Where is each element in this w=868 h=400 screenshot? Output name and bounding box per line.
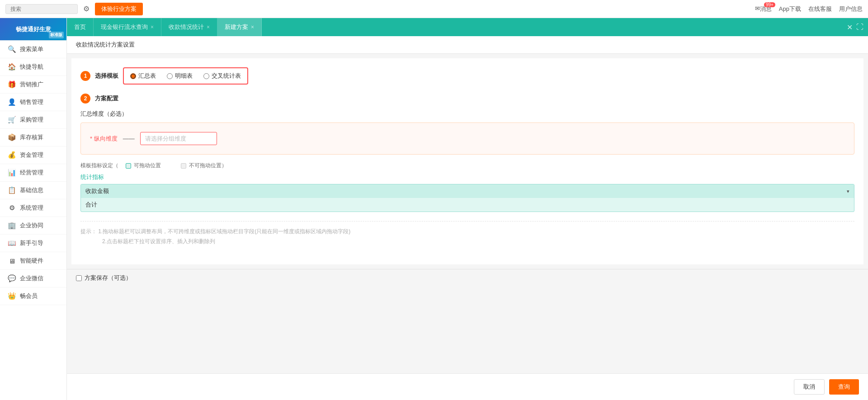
box-icon: 📦 — [7, 133, 16, 141]
sidebar-item-system[interactable]: ⚙ 系统管理 — [0, 199, 66, 217]
gear-icon[interactable]: ⚙ — [81, 3, 91, 15]
movable-legend: 可拖动位置 — [126, 162, 161, 169]
movable-label: 可拖动位置 — [134, 162, 161, 169]
dimension-select[interactable]: 请选择分组维度 — [140, 132, 217, 145]
sidebar-label-sales: 销售管理 — [20, 98, 43, 106]
main-layout: 畅捷通好生意 标准版 🔍 搜索菜单 🏠 快捷导航 🎁 营销推广 👤 销售管理 🛒… — [0, 18, 868, 400]
monitor-icon: 🖥 — [7, 257, 16, 265]
dimension-arrow: —— — [123, 135, 135, 142]
step1-number: 1 — [80, 71, 90, 81]
settings-icon: ⚙ — [7, 204, 16, 212]
tab-receipt-stats-close[interactable]: × — [207, 24, 210, 30]
step1-header: 1 选择模板 汇总表 明细表 — [80, 67, 854, 85]
step2-title: 方案配置 — [95, 94, 118, 103]
industry-btn[interactable]: 体验行业方案 — [95, 3, 143, 15]
dimension-config: 汇总维度（必选） * 纵向维度 —— 请选择分组维度 — [80, 110, 854, 212]
sidebar-label-enterprise: 企业协同 — [20, 221, 43, 230]
movable-dot — [126, 163, 131, 169]
standard-tag: 标准版 — [49, 32, 64, 38]
radio-summary[interactable] — [130, 73, 136, 79]
bottom-bar: 方案保存（可选） — [67, 269, 868, 287]
indicators-label: 模板指标设定（ 可拖动位置 不可拖动位置） — [80, 162, 854, 169]
radio-cross[interactable] — [203, 73, 209, 79]
search-icon: 🔍 — [7, 45, 16, 53]
tab-expand-icon[interactable]: ⛶ — [856, 23, 863, 31]
logo-text: 畅捷通好生意 — [16, 25, 51, 33]
query-button[interactable]: 查询 — [829, 379, 859, 395]
template-option-summary[interactable]: 汇总表 — [130, 72, 156, 80]
indicator-dropdown-icon[interactable]: ▾ — [847, 188, 849, 194]
clipboard-icon: 📋 — [7, 186, 16, 194]
sidebar-item-enterprise[interactable]: 🏢 企业协同 — [0, 217, 66, 235]
fixed-dot — [181, 163, 186, 169]
tips-line2: 2.点击标题栏下拉可设置排序、插入列和删除列 — [80, 237, 854, 247]
page-header: 收款情况统计方案设置 — [67, 36, 868, 54]
radio-detail[interactable] — [167, 73, 173, 79]
save-option-label: 方案保存（可选） — [85, 274, 132, 282]
gift-icon: 🎁 — [7, 80, 16, 89]
tab-close-all-icon[interactable]: ✕ — [847, 23, 853, 32]
template-option-cross[interactable]: 交叉统计表 — [203, 72, 241, 80]
step2-section: 2 方案配置 汇总维度（必选） * 纵向维度 —— 请选择分组维度 — [80, 94, 854, 246]
tab-bank-flow-label: 现金银行流水查询 — [101, 23, 148, 31]
save-option[interactable]: 方案保存（可选） — [76, 274, 859, 282]
chat-icon: 💬 — [7, 274, 16, 282]
cancel-button[interactable]: 取消 — [794, 379, 825, 395]
tab-bank-flow[interactable]: 现金银行流水查询 × — [94, 18, 161, 36]
sidebar-item-wechat[interactable]: 💬 企业微信 — [0, 270, 66, 287]
step2-header: 2 方案配置 — [80, 94, 854, 104]
indicator-row-text: 合计 — [85, 201, 97, 208]
indicator-card-header[interactable]: 收款金额 ▾ — [81, 184, 854, 198]
sidebar-item-membership[interactable]: 👑 畅会员 — [0, 287, 66, 305]
radio-cross-label: 交叉统计表 — [212, 72, 241, 80]
tab-new-plan-label: 新建方案 — [225, 23, 248, 31]
dimension-row: * 纵向维度 —— 请选择分组维度 — [90, 132, 845, 145]
template-options: 汇总表 明细表 交叉统计表 — [123, 67, 248, 85]
sidebar-item-purchase[interactable]: 🛒 采购管理 — [0, 111, 66, 129]
content-area: 首页 现金银行流水查询 × 收款情况统计 × 新建方案 × ✕ ⛶ — [67, 18, 868, 400]
sidebar-item-basic-info[interactable]: 📋 基础信息 — [0, 182, 66, 199]
sidebar-label-search-menu: 搜索菜单 — [20, 45, 43, 53]
user-info[interactable]: 用户信息 — [839, 5, 863, 13]
step1-title: 选择模板 — [95, 72, 118, 80]
sidebar-item-finance[interactable]: 💰 资金管理 — [0, 146, 66, 164]
tab-receipt-stats[interactable]: 收款情况统计 × — [161, 18, 217, 36]
indicator-header-text: 收款金额 — [85, 187, 109, 195]
sidebar-item-hardware[interactable]: 🖥 智能硬件 — [0, 252, 66, 270]
app-download-btn[interactable]: App下载 — [779, 5, 801, 13]
sidebar-item-quick-nav[interactable]: 🏠 快捷导航 — [0, 58, 66, 76]
save-checkbox[interactable] — [76, 275, 82, 281]
chart-icon: 📊 — [7, 169, 16, 177]
online-service-btn[interactable]: 在线客服 — [808, 5, 832, 13]
sidebar-item-guide[interactable]: 📖 新手引导 — [0, 235, 66, 252]
fixed-legend: 不可拖动位置） — [181, 162, 227, 169]
notification-btn[interactable]: ✉ 消息 99+ — [755, 5, 772, 13]
top-bar: ⚙ 体验行业方案 ✉ 消息 99+ App下载 在线客服 用户信息 — [0, 0, 868, 18]
sidebar-label-operations: 经营管理 — [20, 169, 43, 177]
sidebar-label-purchase: 采购管理 — [20, 116, 43, 124]
sidebar-item-sales[interactable]: 👤 销售管理 — [0, 94, 66, 111]
sidebar-item-marketing[interactable]: 🎁 营销推广 — [0, 76, 66, 94]
sidebar-label-inventory: 库存核算 — [20, 133, 43, 141]
radio-summary-label: 汇总表 — [138, 72, 156, 80]
search-input[interactable] — [5, 4, 78, 14]
crown-icon: 👑 — [7, 292, 16, 300]
tab-new-plan[interactable]: 新建方案 × — [217, 18, 262, 36]
sidebar-label-basic-info: 基础信息 — [20, 186, 43, 194]
tab-bank-flow-close[interactable]: × — [151, 24, 154, 30]
tab-new-plan-close[interactable]: × — [251, 24, 254, 30]
top-bar-left: ⚙ 体验行业方案 — [5, 3, 755, 15]
tab-home[interactable]: 首页 — [67, 18, 94, 36]
tab-bar-actions: ✕ ⛶ — [842, 18, 868, 36]
vertical-dimension-label: * 纵向维度 — [90, 135, 118, 143]
sidebar-item-operations[interactable]: 📊 经营管理 — [0, 164, 66, 182]
stats-group-label: 统计指标 — [80, 173, 854, 181]
sidebar-label-hardware: 智能硬件 — [20, 257, 43, 265]
sidebar-item-search-menu[interactable]: 🔍 搜索菜单 — [0, 41, 66, 58]
page-header-title: 收款情况统计方案设置 — [76, 41, 135, 48]
template-option-detail[interactable]: 明细表 — [167, 72, 193, 80]
sidebar-item-inventory[interactable]: 📦 库存核算 — [0, 129, 66, 146]
tab-home-label: 首页 — [74, 23, 86, 31]
tab-receipt-stats-label: 收款情况统计 — [169, 23, 204, 31]
indicators-section: 模板指标设定（ 可拖动位置 不可拖动位置） — [80, 162, 854, 212]
